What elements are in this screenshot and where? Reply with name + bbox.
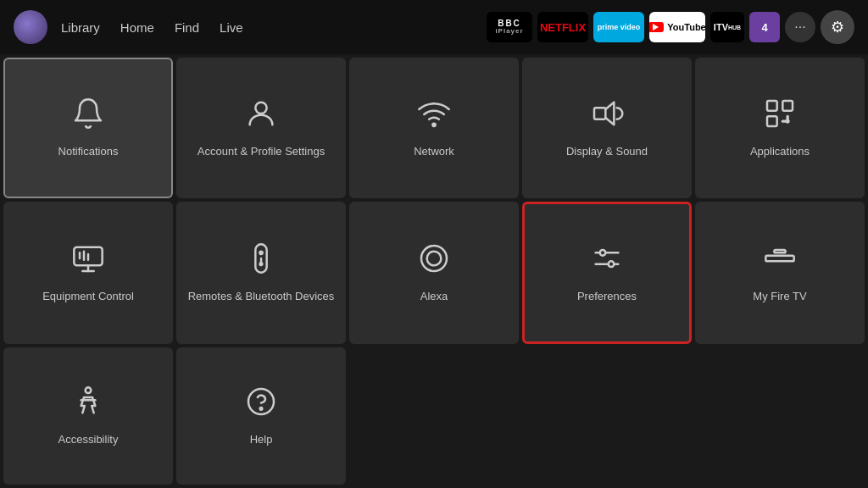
tile-account[interactable]: Account & Profile Settings (176, 58, 346, 198)
svg-point-25 (86, 387, 92, 393)
nav-find[interactable]: Find (175, 20, 199, 35)
tile-myfiretv[interactable]: My Fire TV (695, 202, 865, 344)
nav-home[interactable]: Home (120, 20, 154, 35)
svg-point-22 (609, 261, 615, 267)
tile-notifications[interactable]: Notifications (3, 58, 173, 198)
svg-rect-5 (767, 116, 777, 126)
tile-applications-label: Applications (750, 145, 810, 159)
nav-live[interactable]: Live (220, 20, 243, 35)
tile-equipment-label: Equipment Control (42, 290, 134, 304)
tile-network[interactable]: Network (349, 58, 519, 198)
app-icons: BBCiPlayer NETFLIX prime video YouTube I… (487, 10, 854, 44)
svg-rect-3 (767, 101, 777, 111)
tile-preferences[interactable]: Preferences (522, 202, 692, 344)
question-icon (244, 385, 278, 423)
tile-accessibility[interactable]: Accessibility (3, 347, 173, 485)
sliders-icon (590, 241, 624, 280)
svg-point-14 (259, 252, 262, 254)
netflix-icon[interactable]: NETFLIX (537, 12, 588, 42)
tile-preferences-label: Preferences (577, 290, 637, 304)
tile-remotes-label: Remotes & Bluetooth Devices (188, 290, 335, 304)
tile-alexa[interactable]: Alexa (349, 202, 519, 344)
tile-account-label: Account & Profile Settings (198, 145, 325, 159)
tile-help-label: Help (250, 433, 273, 447)
tile-accessibility-label: Accessibility (58, 433, 119, 447)
tile-applications[interactable]: Applications (695, 58, 865, 198)
wifi-icon (417, 97, 451, 135)
remote-icon (244, 241, 278, 280)
tile-remotes[interactable]: Remotes & Bluetooth Devices (176, 202, 346, 344)
svg-point-16 (260, 263, 263, 265)
svg-point-28 (260, 408, 263, 410)
tile-network-label: Network (414, 145, 454, 159)
svg-point-18 (427, 252, 442, 266)
svg-rect-4 (782, 101, 793, 111)
svg-rect-2 (594, 108, 605, 119)
itv-icon[interactable]: ITVHUB (710, 12, 744, 42)
firetv-icon (763, 241, 797, 280)
tile-display-sound[interactable]: Display & Sound (522, 58, 692, 198)
settings-grid: Notifications Account & Profile Settings… (0, 54, 868, 488)
alexa-icon (417, 241, 451, 280)
svg-point-0 (255, 103, 266, 114)
grid4-icon (763, 97, 797, 135)
svg-rect-23 (765, 256, 793, 262)
avatar[interactable] (14, 10, 47, 44)
tile-notifications-label: Notifications (58, 145, 119, 159)
svg-rect-24 (774, 250, 785, 252)
prime-video-icon[interactable]: prime video (593, 12, 644, 42)
speaker-icon (590, 97, 624, 135)
svg-point-17 (421, 246, 447, 271)
tile-equipment[interactable]: Equipment Control (3, 202, 173, 344)
bbc-iplayer-icon[interactable]: BBCiPlayer (487, 12, 532, 42)
nav-links: Library Home Find Live (61, 20, 243, 35)
bell-icon (71, 97, 105, 135)
top-navigation: Library Home Find Live BBCiPlayer NETFLI… (0, 0, 868, 54)
svg-point-1 (432, 124, 435, 126)
svg-point-21 (600, 250, 606, 256)
tile-alexa-label: Alexa (420, 290, 448, 304)
monitor-icon (71, 241, 105, 280)
settings-button[interactable]: ⚙ (821, 10, 854, 44)
more-apps-button[interactable]: ··· (785, 12, 815, 42)
youtube-icon[interactable]: YouTube (649, 12, 705, 42)
tile-display-sound-label: Display & Sound (566, 145, 648, 159)
nav-library[interactable]: Library (61, 20, 100, 35)
user-icon (244, 97, 278, 135)
person-icon (71, 385, 105, 423)
tile-help[interactable]: Help (176, 347, 346, 485)
tile-myfiretv-label: My Fire TV (753, 290, 806, 304)
channel4-icon[interactable]: 4 (749, 12, 780, 42)
